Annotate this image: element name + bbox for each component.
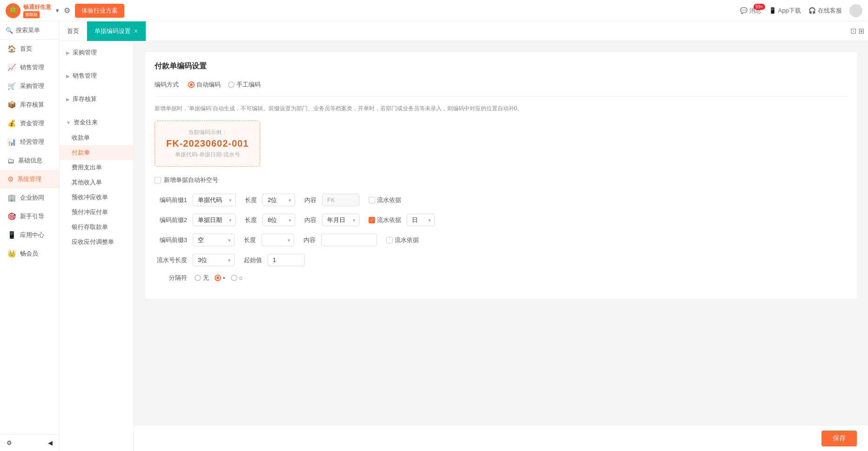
submenu-adjust[interactable]: 应收应付调整单 bbox=[60, 235, 134, 249]
submenu-pre-receipt[interactable]: 预收冲应收单 bbox=[60, 190, 134, 205]
sidebar-collapse-icon[interactable]: ◀ bbox=[48, 439, 53, 446]
field2-content-select[interactable]: 年月日 bbox=[322, 214, 359, 226]
field2-day-select[interactable]: 日 月 年 bbox=[407, 214, 435, 226]
sep-circle-dot bbox=[231, 275, 237, 281]
sidebar-item-basic[interactable]: 🗂 基础信息 bbox=[0, 151, 59, 170]
field2-content-label: 内容 bbox=[304, 216, 316, 224]
sep-dot-dot bbox=[215, 275, 221, 281]
sidebar-bottom: ⚙ ◀ bbox=[0, 434, 59, 451]
sidebar-item-inventory[interactable]: 📦 库存核算 bbox=[0, 95, 59, 114]
sidebar-item-operations[interactable]: 📊 经营管理 bbox=[0, 133, 59, 151]
preview-code: FK-20230602-001 bbox=[166, 138, 249, 149]
settings-icon[interactable]: ⚙ bbox=[64, 6, 70, 15]
tab-close-icon[interactable]: ✕ bbox=[134, 28, 138, 34]
tab-bar: 首页 单据编码设置 ✕ ⊡ ⊞ bbox=[60, 21, 868, 41]
app-download-button[interactable]: 📱 App下载 bbox=[769, 7, 801, 15]
nav-left: 🍀 畅通好生意 旗舰版 ▾ ⚙ 体验行业方案 bbox=[6, 3, 124, 18]
submenu-pre-payment[interactable]: 预付冲应付单 bbox=[60, 205, 134, 220]
autofill-label: 新增单据自动补空号 bbox=[164, 176, 218, 184]
field3-prefix-select[interactable]: 空 bbox=[193, 234, 235, 246]
serial-length-label: 流水号长度 bbox=[155, 256, 187, 264]
tab-home[interactable]: 首页 bbox=[60, 21, 87, 41]
field2-length-select[interactable]: 8位 bbox=[262, 214, 295, 226]
submenu-group-sales: ▶ 销售管理 bbox=[60, 64, 134, 88]
submenu-purchase[interactable]: ▶ 采购管理 bbox=[60, 45, 134, 61]
submenu-finance[interactable]: ▼ 资金往来 bbox=[60, 114, 134, 130]
field1-prefix-select[interactable]: 单据代码 bbox=[193, 194, 236, 206]
logo: 🍀 畅通好生意 旗舰版 bbox=[6, 3, 51, 18]
field2-length-label: 长度 bbox=[245, 216, 257, 224]
field2-watermark: 流水依据 bbox=[369, 216, 401, 224]
submenu-group-inventory: ▶ 库存核算 bbox=[60, 88, 134, 111]
sidebar-item-newbie[interactable]: 🎯 新手引导 bbox=[0, 207, 59, 226]
preview-box: 当前编码示例： FK-20230602-001 单据代码-单据日期-流水号 bbox=[155, 121, 260, 167]
encode-mode-label: 编码方式 bbox=[155, 81, 179, 89]
encode-mode-row: 编码方式 自动编码 手工编码 bbox=[155, 81, 848, 97]
online-service-button[interactable]: 🎧 在线客服 bbox=[808, 7, 842, 15]
sep-none-radio[interactable]: 无 bbox=[195, 274, 209, 282]
tab-barcode[interactable]: 单据编码设置 ✕ bbox=[87, 21, 146, 41]
sidebar-item-enterprise[interactable]: 🏢 企业协同 bbox=[0, 188, 59, 207]
sidebar-item-sales[interactable]: 📈 销售管理 bbox=[0, 58, 59, 77]
trial-button[interactable]: 体验行业方案 bbox=[75, 4, 124, 18]
field3-length-select[interactable] bbox=[262, 234, 294, 246]
submenu-panel: ▶ 采购管理 ▶ 销售管理 ▶ 库存核算 ▼ 资金往来 收款单 付款单 费用支出… bbox=[60, 41, 134, 451]
separator-radios: 无 • ○ bbox=[195, 274, 242, 282]
field1-content-label: 内容 bbox=[304, 196, 316, 204]
newbie-icon: 🎯 bbox=[7, 212, 16, 221]
field1-content-input[interactable] bbox=[322, 194, 359, 206]
field2-watermark-checkbox[interactable] bbox=[369, 217, 375, 223]
serial-length-select[interactable]: 3位 bbox=[193, 254, 235, 266]
apps-icon: 📱 bbox=[7, 231, 16, 239]
sidebar-item-home[interactable]: 🏠 首页 bbox=[0, 40, 59, 58]
submenu-receipt[interactable]: 收款单 bbox=[60, 130, 134, 145]
auto-encode-radio[interactable]: 自动编码 bbox=[188, 81, 221, 89]
tab-maximize-button[interactable]: ⊞ bbox=[858, 27, 864, 35]
sidebar-item-finance[interactable]: 💰 资金管理 bbox=[0, 114, 59, 133]
submenu-other-income[interactable]: 其他收入单 bbox=[60, 175, 134, 190]
download-icon: 📱 bbox=[769, 7, 776, 14]
autofill-checkbox[interactable] bbox=[155, 177, 161, 183]
field1-length-select[interactable]: 2位 bbox=[262, 194, 295, 206]
search-menu[interactable]: 🔍 搜索菜单 bbox=[0, 21, 59, 40]
field3-watermark: 流水依据 bbox=[386, 236, 419, 244]
field3-watermark-checkbox[interactable] bbox=[386, 237, 393, 243]
basic-icon: 🗂 bbox=[7, 157, 14, 165]
submenu-expense[interactable]: 费用支出单 bbox=[60, 160, 134, 175]
start-value-input[interactable] bbox=[268, 254, 305, 266]
separator-row: 分隔符 无 • ○ bbox=[155, 274, 848, 282]
finance-icon: 💰 bbox=[7, 119, 16, 128]
field3-content-label: 内容 bbox=[303, 236, 316, 244]
user-avatar[interactable] bbox=[849, 4, 862, 17]
submenu-group-purchase: ▶ 采购管理 bbox=[60, 41, 134, 64]
sep-dot-radio[interactable]: • bbox=[215, 275, 225, 282]
sidebar-settings-icon[interactable]: ⚙ bbox=[7, 439, 12, 446]
field3-content-input[interactable] bbox=[321, 234, 377, 246]
sales-icon: 📈 bbox=[7, 63, 16, 72]
manual-encode-radio[interactable]: 手工编码 bbox=[228, 81, 261, 89]
start-value-label: 起始值 bbox=[244, 256, 262, 264]
nav-dropdown[interactable]: ▾ bbox=[56, 7, 59, 14]
sidebar-item-system[interactable]: ⚙ 系统管理 bbox=[0, 170, 59, 188]
tab-minimize-button[interactable]: ⊡ bbox=[850, 27, 856, 35]
submenu-bank[interactable]: 银行存取款单 bbox=[60, 220, 134, 235]
message-button[interactable]: 💬 消息 99+ bbox=[740, 7, 761, 15]
submenu-group-finance: ▼ 资金往来 收款单 付款单 费用支出单 其他收入单 预收冲应收单 预付冲应付单… bbox=[60, 111, 134, 253]
sidebar-item-vip[interactable]: 👑 畅会员 bbox=[0, 244, 59, 263]
top-nav: 🍀 畅通好生意 旗舰版 ▾ ⚙ 体验行业方案 💬 消息 99+ 📱 App下载 … bbox=[0, 0, 868, 21]
submenu-sales[interactable]: ▶ 销售管理 bbox=[60, 68, 134, 84]
field2-prefix-select[interactable]: 单据日期 bbox=[193, 214, 236, 226]
save-button[interactable]: 保存 bbox=[821, 431, 857, 446]
submenu-inventory[interactable]: ▶ 库存核算 bbox=[60, 91, 134, 107]
vip-icon: 👑 bbox=[7, 249, 16, 258]
sep-circle-radio[interactable]: ○ bbox=[231, 275, 243, 282]
field3-length-label: 长度 bbox=[244, 236, 256, 244]
service-icon: 🎧 bbox=[808, 7, 816, 14]
sidebar-item-apps[interactable]: 📱 应用中心 bbox=[0, 226, 59, 244]
submenu-payment[interactable]: 付款单 bbox=[60, 145, 134, 160]
field3-prefix-wrapper: 空 bbox=[193, 234, 235, 246]
radio-group: 自动编码 手工编码 bbox=[188, 81, 261, 89]
field1-watermark-checkbox[interactable] bbox=[369, 197, 375, 203]
separator-label: 分隔符 bbox=[155, 274, 187, 282]
sidebar-item-purchase[interactable]: 🛒 采购管理 bbox=[0, 77, 59, 95]
